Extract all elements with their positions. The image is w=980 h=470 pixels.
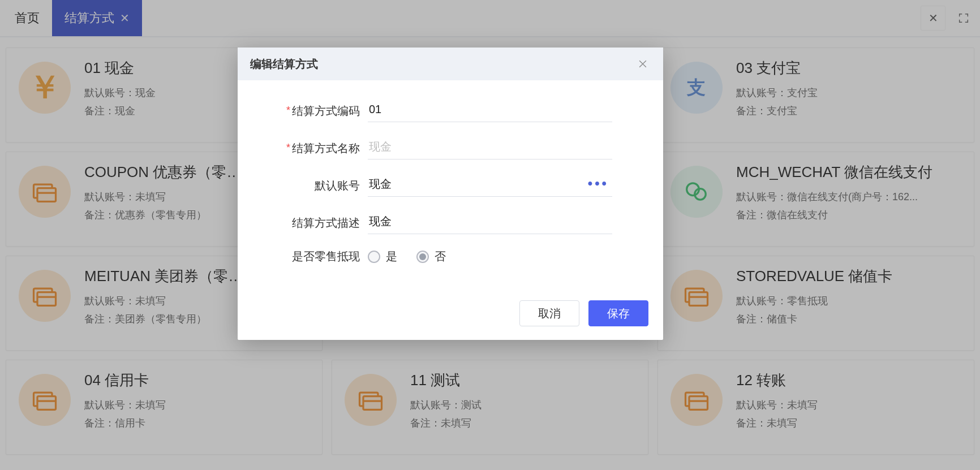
cancel-button-label: 取消 xyxy=(538,306,561,321)
save-button-label: 保存 xyxy=(607,306,630,321)
radio-icon xyxy=(368,251,380,263)
retail-no-label: 否 xyxy=(435,249,446,264)
name-input[interactable] xyxy=(368,137,612,159)
retail-no-radio[interactable]: 否 xyxy=(416,249,446,264)
row-account: 默认账号 ••• xyxy=(255,174,612,197)
radio-icon xyxy=(416,251,429,263)
modal-close-button[interactable] xyxy=(635,56,651,72)
label-code: 结算方式编码 xyxy=(255,104,368,119)
row-name: 结算方式名称 xyxy=(255,137,612,159)
label-name: 结算方式名称 xyxy=(255,141,368,156)
edit-settlement-modal: 编辑结算方式 结算方式编码 结算方式名称 默认账号 ••• 结算方式描述 xyxy=(238,48,663,340)
modal-footer: 取消 保存 xyxy=(238,290,663,340)
close-icon xyxy=(637,58,648,70)
default-account-input[interactable] xyxy=(368,174,612,197)
row-desc: 结算方式描述 xyxy=(255,212,612,234)
save-button[interactable]: 保存 xyxy=(588,300,648,326)
retail-radio-group: 是 否 xyxy=(368,249,612,264)
label-account: 默认账号 xyxy=(255,178,368,193)
modal-header: 编辑结算方式 xyxy=(238,48,663,80)
label-retail: 是否零售抵现 xyxy=(255,249,368,264)
row-retail: 是否零售抵现 是 否 xyxy=(255,249,612,264)
modal-body: 结算方式编码 结算方式名称 默认账号 ••• 结算方式描述 是否 xyxy=(238,80,663,290)
row-code: 结算方式编码 xyxy=(255,100,612,122)
retail-yes-label: 是 xyxy=(386,249,397,264)
desc-input[interactable] xyxy=(368,212,612,234)
code-input[interactable] xyxy=(368,100,612,122)
retail-yes-radio[interactable]: 是 xyxy=(368,249,397,264)
modal-title: 编辑结算方式 xyxy=(250,57,318,72)
lookup-icon[interactable]: ••• xyxy=(588,175,609,191)
label-desc: 结算方式描述 xyxy=(255,215,368,231)
cancel-button[interactable]: 取消 xyxy=(519,300,579,326)
